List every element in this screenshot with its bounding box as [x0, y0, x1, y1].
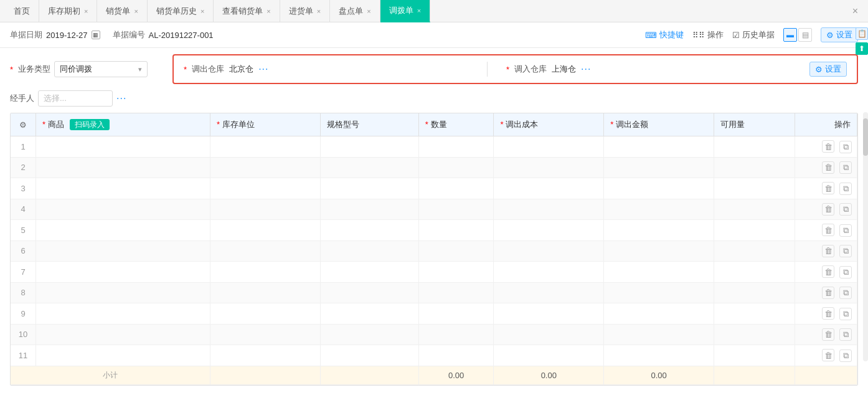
business-type-select[interactable]: 同价调拨 ▾: [54, 61, 148, 77]
row-7-amount[interactable]: [604, 262, 714, 283]
row-1-product[interactable]: [36, 136, 210, 158]
scroll-track[interactable]: [863, 112, 868, 361]
row-2-quantity[interactable]: [418, 157, 494, 178]
settings-btn[interactable]: ⚙ 设置: [821, 27, 858, 42]
row-6-cost[interactable]: [494, 240, 604, 262]
row-7-available[interactable]: [714, 262, 795, 283]
shortcut-btn[interactable]: ⌨ 快捷键: [645, 29, 684, 40]
row-8-amount[interactable]: [604, 282, 714, 303]
row-6-product[interactable]: [36, 240, 210, 262]
scan-button[interactable]: 扫码录入: [70, 119, 110, 130]
row-7-cost[interactable]: [494, 262, 604, 283]
row-4-product[interactable]: [36, 199, 210, 220]
row-1-available[interactable]: [714, 136, 795, 158]
row-4-amount[interactable]: [604, 199, 714, 220]
row-11-unit[interactable]: [210, 345, 320, 366]
delete-icon[interactable]: 🗑: [822, 161, 834, 174]
row-8-quantity[interactable]: [418, 282, 494, 303]
row-3-spec[interactable]: [320, 178, 418, 199]
row-4-spec[interactable]: [320, 199, 418, 220]
row-2-amount[interactable]: [604, 157, 714, 178]
row-7-product[interactable]: [36, 262, 210, 283]
row-3-product[interactable]: [36, 178, 210, 199]
row-1-quantity[interactable]: [418, 136, 494, 158]
row-8-unit[interactable]: [210, 282, 320, 303]
row-2-product[interactable]: [36, 157, 210, 178]
row-6-available[interactable]: [714, 240, 795, 262]
row-10-cost[interactable]: [494, 324, 604, 345]
history-btn[interactable]: ☑ 历史单据: [732, 29, 775, 40]
row-5-cost[interactable]: [494, 220, 604, 241]
row-5-unit[interactable]: [210, 220, 320, 241]
tab-sales-history-close[interactable]: ×: [200, 7, 204, 15]
tab-inventory-init-close[interactable]: ×: [84, 7, 88, 15]
row-11-amount[interactable]: [604, 345, 714, 366]
layout-btn-1[interactable]: ▬: [783, 28, 797, 42]
row-3-quantity[interactable]: [418, 178, 494, 199]
tab-inventory-check[interactable]: 盘点单 ×: [330, 0, 380, 22]
copy-icon[interactable]: ⧉: [839, 287, 852, 299]
delete-icon[interactable]: 🗑: [822, 307, 834, 320]
delete-icon[interactable]: 🗑: [822, 140, 834, 153]
row-6-amount[interactable]: [604, 240, 714, 262]
row-9-amount[interactable]: [604, 303, 714, 325]
handler-input[interactable]: 选择...: [38, 90, 113, 107]
row-5-amount[interactable]: [604, 220, 714, 241]
row-4-available[interactable]: [714, 199, 795, 220]
row-5-quantity[interactable]: [418, 220, 494, 241]
row-10-product[interactable]: [36, 324, 210, 345]
row-9-spec[interactable]: [320, 303, 418, 325]
row-1-amount[interactable]: [604, 136, 714, 158]
row-1-unit[interactable]: [210, 136, 320, 158]
row-9-cost[interactable]: [494, 303, 604, 325]
row-4-unit[interactable]: [210, 199, 320, 220]
row-10-spec[interactable]: [320, 324, 418, 345]
copy-icon[interactable]: ⧉: [839, 141, 852, 153]
row-2-spec[interactable]: [320, 157, 418, 178]
row-5-product[interactable]: [36, 220, 210, 241]
tab-purchase-order[interactable]: 进货单 ×: [280, 0, 330, 22]
gear-icon[interactable]: ⚙: [17, 118, 29, 131]
delete-icon[interactable]: 🗑: [822, 265, 834, 278]
row-9-quantity[interactable]: [418, 303, 494, 325]
row-10-available[interactable]: [714, 324, 795, 345]
copy-icon[interactable]: ⧉: [839, 245, 852, 257]
row-8-product[interactable]: [36, 282, 210, 303]
copy-icon[interactable]: ⧉: [839, 266, 852, 278]
copy-icon[interactable]: ⧉: [839, 161, 852, 174]
row-1-cost[interactable]: [494, 136, 604, 158]
tab-sales-order[interactable]: 销货单 ×: [97, 0, 147, 22]
tab-view-sales-close[interactable]: ×: [267, 7, 270, 15]
delete-icon[interactable]: 🗑: [822, 245, 834, 257]
row-3-available[interactable]: [714, 178, 795, 199]
tab-view-sales[interactable]: 查看销货单 ×: [214, 0, 280, 22]
row-7-unit[interactable]: [210, 262, 320, 283]
tab-home[interactable]: 首页: [5, 0, 39, 22]
delete-icon[interactable]: 🗑: [822, 287, 834, 299]
row-10-unit[interactable]: [210, 324, 320, 345]
row-1-spec[interactable]: [320, 136, 418, 158]
row-5-spec[interactable]: [320, 220, 418, 241]
copy-icon[interactable]: ⧉: [839, 308, 852, 320]
row-5-available[interactable]: [714, 220, 795, 241]
delete-icon[interactable]: 🗑: [822, 349, 834, 361]
tab-inventory-check-close[interactable]: ×: [367, 7, 370, 15]
tab-inventory-init[interactable]: 库存期初 ×: [39, 0, 97, 22]
row-11-spec[interactable]: [320, 345, 418, 366]
row-3-unit[interactable]: [210, 178, 320, 199]
sidebar-expand-icon[interactable]: ⬆: [856, 42, 868, 55]
row-2-unit[interactable]: [210, 157, 320, 178]
row-6-unit[interactable]: [210, 240, 320, 262]
row-3-cost[interactable]: [494, 178, 604, 199]
copy-icon[interactable]: ⧉: [839, 350, 852, 362]
row-4-cost[interactable]: [494, 199, 604, 220]
layout-btn-2[interactable]: ▤: [798, 28, 812, 42]
row-8-spec[interactable]: [320, 282, 418, 303]
operations-btn[interactable]: ⠿⠿ 操作: [692, 29, 724, 40]
row-7-quantity[interactable]: [418, 262, 494, 283]
scroll-thumb[interactable]: [863, 118, 868, 156]
delete-icon[interactable]: 🗑: [822, 182, 834, 194]
warehouse-in-ellipsis[interactable]: ···: [581, 64, 591, 75]
row-7-spec[interactable]: [320, 262, 418, 283]
row-8-cost[interactable]: [494, 282, 604, 303]
